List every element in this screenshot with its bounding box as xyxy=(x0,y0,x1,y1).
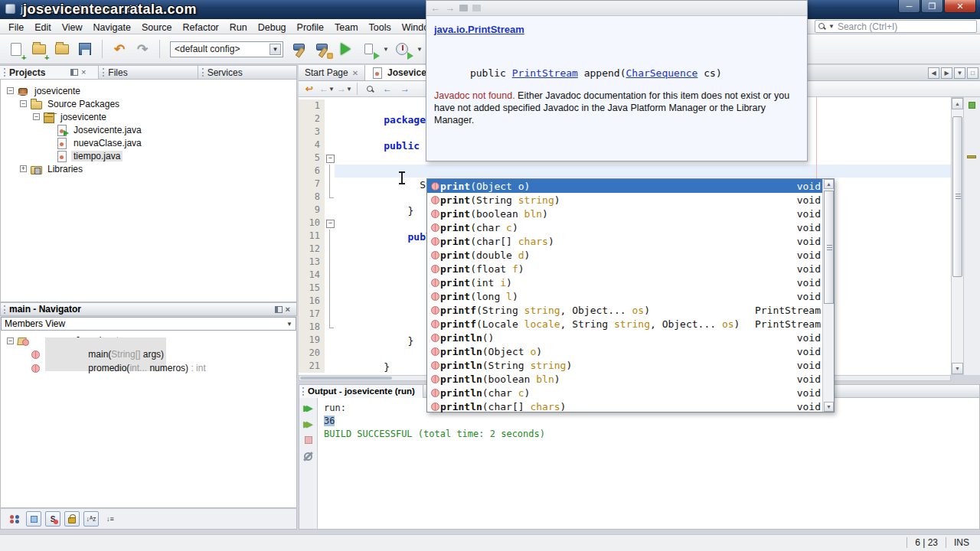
navigator-row[interactable]: promedio(int... numeros) : int xyxy=(1,361,296,375)
menu-item[interactable]: Tools xyxy=(364,21,397,34)
tree-node-label[interactable]: josevicente xyxy=(32,86,83,96)
go-to-source-icon[interactable] xyxy=(472,5,481,11)
scroll-tabs-right-button[interactable]: ▶ xyxy=(941,67,952,79)
line-number[interactable]: 14 xyxy=(299,269,325,282)
debug-project-button[interactable] xyxy=(358,39,378,59)
fold-marker[interactable] xyxy=(325,165,335,178)
tree-node-label[interactable]: nuevaClase.java xyxy=(71,138,144,148)
completion-item[interactable]: printf(String string, Object... os) Prin… xyxy=(427,303,824,317)
tree-node-label[interactable]: Libraries xyxy=(45,164,85,174)
line-number[interactable]: 8 xyxy=(299,191,325,204)
rerun-button[interactable]: ▶▶ xyxy=(302,403,315,413)
completion-item[interactable]: print(String string) void xyxy=(427,193,824,207)
line-number[interactable]: 9 xyxy=(299,204,325,217)
fold-marker[interactable] xyxy=(325,217,335,230)
tab-list-button[interactable]: ▼ xyxy=(954,67,965,79)
code-line[interactable]: 6 System.out.print xyxy=(299,165,951,178)
menu-item[interactable]: Navigate xyxy=(88,21,136,34)
scroll-up-icon[interactable]: ▲ xyxy=(824,179,834,189)
line-number[interactable]: 16 xyxy=(299,295,325,308)
scroll-tabs-left-button[interactable]: ◀ xyxy=(928,67,939,79)
new-project-button[interactable]: + xyxy=(29,39,49,59)
error-stripe[interactable] xyxy=(964,97,980,375)
menu-item[interactable]: Edit xyxy=(29,21,57,34)
tree-expander[interactable] xyxy=(46,126,53,133)
tree-row[interactable]: nuevaClase.java xyxy=(1,136,296,149)
completion-item[interactable]: print(char[] chars) void xyxy=(427,234,824,248)
menu-item[interactable]: Debug xyxy=(253,21,292,34)
line-number[interactable]: 10 xyxy=(299,217,325,230)
completion-item[interactable]: println() void xyxy=(427,331,824,344)
tree-expander[interactable] xyxy=(20,351,27,358)
completion-item[interactable]: println(Object o) void xyxy=(427,344,824,358)
tree-row[interactable]: tiempo.java xyxy=(1,149,296,162)
show-non-public-filter-button[interactable] xyxy=(64,511,80,527)
tree-row[interactable]: josevicente xyxy=(1,84,296,97)
tree-node-label[interactable]: josevicente xyxy=(58,112,109,122)
completion-item[interactable]: print(double d) void xyxy=(427,248,824,262)
back-button[interactable]: ←▼ xyxy=(319,82,335,96)
warning-mark[interactable] xyxy=(967,155,976,158)
line-number[interactable]: 21 xyxy=(299,360,325,373)
line-number[interactable]: 4 xyxy=(299,139,325,152)
tree-row[interactable]: josevicente xyxy=(1,110,296,123)
completion-item[interactable]: println(boolean bln) void xyxy=(427,372,824,386)
tree-expander[interactable] xyxy=(20,100,27,107)
output-body[interactable]: ▶▶ ▶▶ run: 36 BUILD SUCCESSFUL (total ti… xyxy=(299,398,980,530)
completion-item[interactable]: print(boolean bln) void xyxy=(427,207,824,220)
completion-item[interactable]: println(char[] chars) void xyxy=(427,399,824,413)
line-number[interactable]: 20 xyxy=(299,347,325,360)
run-project-button[interactable] xyxy=(335,39,355,59)
tree-node-label[interactable]: tiempo.java xyxy=(71,151,122,161)
restore-button[interactable]: ❐ xyxy=(921,0,943,13)
output-tab[interactable]: Output - josevicente (run) xyxy=(299,385,423,398)
config-selector[interactable]: <default config> ▼ xyxy=(170,41,283,57)
tree-node-label[interactable]: Source Packages xyxy=(45,99,122,109)
line-number[interactable]: 1 xyxy=(299,99,325,112)
menu-item[interactable]: Run xyxy=(224,21,253,34)
tree-expander[interactable] xyxy=(7,87,14,94)
completion-item[interactable]: print(Object o) void xyxy=(427,179,824,193)
fold-marker[interactable] xyxy=(325,112,335,126)
close-panel-icon[interactable]: × xyxy=(81,68,86,77)
line-number[interactable]: 3 xyxy=(299,126,325,139)
line-number[interactable]: 13 xyxy=(299,256,325,269)
new-file-button[interactable]: + xyxy=(6,39,26,59)
no-errors-indicator[interactable] xyxy=(969,102,975,109)
profile-dropdown-caret-icon[interactable]: ▼ xyxy=(416,46,423,53)
maximize-editor-button[interactable]: □ xyxy=(967,67,978,79)
tree-expander[interactable] xyxy=(46,139,53,146)
save-all-button[interactable] xyxy=(75,39,95,59)
line-number[interactable]: 12 xyxy=(299,243,325,256)
fold-marker[interactable] xyxy=(325,347,335,360)
show-inherited-filter-button[interactable] xyxy=(7,511,22,527)
fold-marker[interactable] xyxy=(325,152,335,165)
profile-project-button[interactable] xyxy=(392,39,412,59)
minimize-panel-icon[interactable] xyxy=(70,69,78,76)
fold-marker[interactable] xyxy=(325,178,335,191)
fold-marker[interactable] xyxy=(325,99,335,112)
show-static-filter-button[interactable]: S xyxy=(45,511,60,527)
completion-item[interactable]: print(float f) void xyxy=(427,262,824,276)
menu-item[interactable]: Refactor xyxy=(178,21,224,34)
scroll-down-icon[interactable]: ▼ xyxy=(952,363,963,374)
javadoc-class-link[interactable]: java.io.PrintStream xyxy=(434,24,524,35)
scrollbar-thumb[interactable] xyxy=(952,116,962,277)
search-scope-caret-icon[interactable]: ▼ xyxy=(828,23,835,30)
menu-item[interactable]: Profile xyxy=(292,21,329,34)
minimize-button[interactable]: ─ xyxy=(898,0,920,13)
tab-start-page[interactable]: Start Page ✕ xyxy=(299,65,365,80)
line-number[interactable]: 2 xyxy=(299,112,325,126)
tree-expander[interactable] xyxy=(20,365,27,372)
navigator-tree[interactable]: Josevicente main(String[] args) xyxy=(0,331,297,508)
line-number[interactable]: 11 xyxy=(299,230,325,243)
previous-occurrence-button[interactable]: ← xyxy=(380,82,395,96)
javadoc-forward-icon[interactable]: → xyxy=(445,3,455,13)
tree-row[interactable]: Source Packages xyxy=(1,97,296,110)
debug-dropdown-caret-icon[interactable]: ▼ xyxy=(383,46,389,53)
scrollbar-thumb[interactable] xyxy=(300,377,392,380)
last-edit-location-button[interactable]: ↩ xyxy=(302,82,317,96)
line-number[interactable]: 19 xyxy=(299,334,325,347)
chevron-down-icon[interactable]: ▼ xyxy=(270,44,281,55)
tree-expander[interactable] xyxy=(46,152,53,159)
